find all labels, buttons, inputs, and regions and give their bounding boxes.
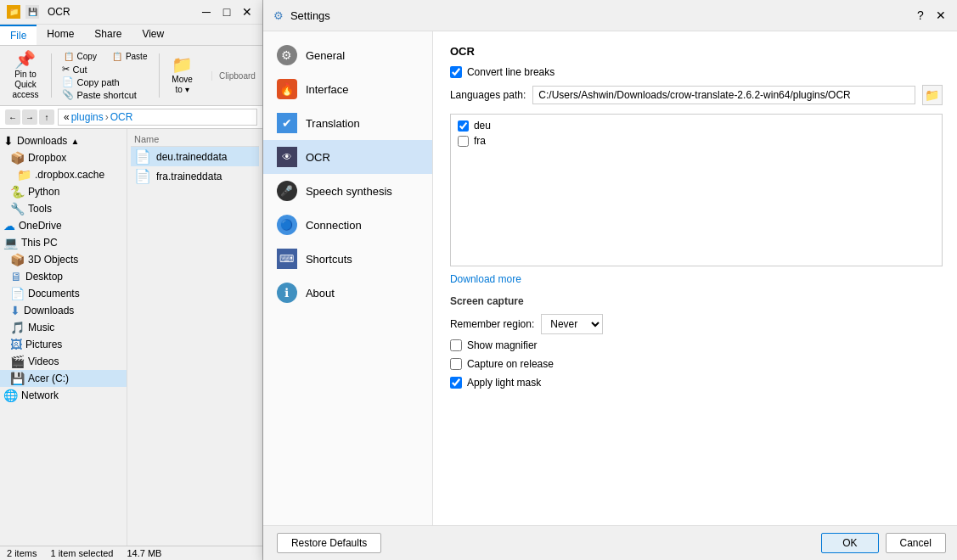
nav-translation-label: Translation [306, 117, 360, 130]
convert-line-breaks-label: Convert line breaks [467, 66, 554, 78]
nav-about[interactable]: ℹ About [263, 276, 432, 310]
up-btn[interactable]: ↑ [39, 109, 54, 125]
explorer-minimize-btn[interactable]: ─ [198, 3, 215, 20]
ok-btn[interactable]: OK [821, 533, 878, 553]
addr-ocr[interactable]: OCR [110, 111, 133, 123]
remember-region-select[interactable]: Never Always Ask [541, 314, 603, 334]
sidebar-item-documents[interactable]: 📄 Documents [0, 285, 127, 302]
restore-defaults-btn[interactable]: Restore Defaults [277, 533, 381, 553]
speech-icon: 🎤 [277, 181, 297, 201]
ocr-content: OCR Convert line breaks Languages path: … [433, 31, 957, 525]
nav-translation[interactable]: ✔ Translation [263, 106, 432, 140]
sidebar-item-downloads2[interactable]: ⬇ Downloads [0, 302, 127, 319]
nav-ocr[interactable]: 👁 OCR [263, 140, 432, 174]
tab-share[interactable]: Share [84, 25, 132, 45]
pin-label: Pin to Quickaccess [12, 70, 39, 100]
copy-path-btn[interactable]: 📄 Copy path [59, 76, 123, 88]
move-to-btn[interactable]: 📁 Moveto ▾ [166, 54, 198, 97]
tab-home[interactable]: Home [37, 25, 84, 45]
copy-path-icon: 📄 [62, 76, 74, 87]
downloads2-icon: ⬇ [10, 304, 20, 317]
sidebar-item-downloads[interactable]: ⬇ Downloads ▲ [0, 132, 127, 149]
nav-about-label: About [306, 287, 335, 300]
thispc-icon: 💻 [3, 236, 18, 249]
dialog-help-btn[interactable]: ? [912, 7, 929, 24]
file-item-fra[interactable]: 📄 fra.traineddata [131, 166, 259, 186]
sidebar-item-network[interactable]: 🌐 Network [0, 387, 127, 404]
nav-interface[interactable]: 🔥 Interface [263, 72, 432, 106]
sidebar-item-python[interactable]: 🐍 Python [0, 183, 127, 200]
apply-light-mask-checkbox[interactable] [450, 377, 462, 389]
languages-path-input[interactable] [532, 86, 915, 104]
sidebar-item-3dobjects[interactable]: 📦 3D Objects [0, 251, 127, 268]
file-size: 14.7 MB [127, 548, 161, 558]
dialog-close-btn[interactable]: ✕ [932, 7, 949, 24]
move-label: Moveto ▾ [172, 75, 192, 95]
show-magnifier-label: Show magnifier [467, 339, 538, 351]
nav-ocr-label: OCR [306, 151, 330, 164]
paste-btn[interactable]: 📋 Paste [107, 50, 153, 63]
sidebar-item-thispc[interactable]: 💻 This PC [0, 234, 127, 251]
dialog-title-text: Settings [290, 9, 330, 22]
nav-connection-label: Connection [306, 219, 362, 232]
explorer-close-btn[interactable]: ✕ [239, 3, 256, 20]
name-col-header: Name [134, 134, 159, 144]
ribbon-body: 📌 Pin to Quickaccess 📋 Copy 📋 Paste [0, 46, 262, 106]
sidebar-item-acerC[interactable]: 💾 Acer (C:) [0, 370, 127, 387]
deu-file-name: deu.traineddata [156, 151, 227, 163]
status-bar: 2 items 1 item selected 14.7 MB [0, 546, 262, 560]
dialog-controls: ? ✕ [912, 7, 949, 24]
cut-label: Cut [73, 64, 87, 75]
sidebar-item-tools[interactable]: 🔧 Tools [0, 200, 127, 217]
lang-item-fra: fra [454, 133, 938, 148]
sidebar-item-pictures[interactable]: 🖼 Pictures [0, 336, 127, 353]
lang-deu-checkbox[interactable] [458, 120, 469, 132]
onedrive-icon: ☁ [3, 219, 15, 232]
sidebar-item-dropbox[interactable]: 📦 Dropbox [0, 149, 127, 166]
convert-line-breaks-checkbox[interactable] [450, 66, 462, 78]
addr-plugins[interactable]: plugins [71, 111, 104, 123]
ocr-section-title: OCR [450, 45, 943, 58]
lang-item-deu: deu [454, 118, 938, 133]
dropbox-cache-icon: 📁 [17, 168, 31, 182]
nav-general[interactable]: ⚙ General [263, 38, 432, 72]
deu-file-icon: 📄 [134, 148, 151, 165]
file-explorer: 📁 💾 OCR ─ □ ✕ File Home Share View 📌 Pin… [0, 0, 263, 560]
dialog-footer: Restore Defaults OK Cancel [263, 525, 957, 560]
paste-shortcut-label: Paste shortcut [77, 90, 137, 100]
pin-quick-access-btn[interactable]: 📌 Pin to Quickaccess [7, 49, 44, 102]
explorer-content: ⬇ Downloads ▲ 📦 Dropbox 📁 .dropbox.cache… [0, 129, 262, 546]
sidebar-item-onedrive[interactable]: ☁ OneDrive [0, 217, 127, 234]
languages-path-browse-btn[interactable]: 📁 [922, 85, 943, 105]
tab-view[interactable]: View [132, 25, 174, 45]
address-bar: ← → ↑ « plugins › OCR [0, 106, 262, 129]
copy-btn[interactable]: 📋 Copy [59, 50, 102, 63]
cancel-btn[interactable]: Cancel [886, 533, 946, 553]
copy-path-label: Copy path [77, 77, 120, 87]
forward-btn[interactable]: → [22, 109, 37, 125]
back-btn[interactable]: ← [5, 109, 20, 125]
sidebar-item-music[interactable]: 🎵 Music [0, 319, 127, 336]
sidebar-item-videos[interactable]: 🎬 Videos [0, 353, 127, 370]
address-path[interactable]: « plugins › OCR [58, 109, 257, 126]
explorer-maximize-btn[interactable]: □ [218, 3, 235, 20]
cut-btn[interactable]: ✂ Cut [59, 63, 91, 76]
capture-on-release-checkbox[interactable] [450, 358, 462, 370]
lang-fra-checkbox[interactable] [458, 136, 469, 147]
screen-capture-title: Screen capture [450, 295, 943, 307]
addr-arrow: › [105, 111, 109, 123]
sidebar-tree: ⬇ Downloads ▲ 📦 Dropbox 📁 .dropbox.cache… [0, 129, 127, 546]
nav-connection[interactable]: 🔵 Connection [263, 208, 432, 242]
file-list: Name 📄 deu.traineddata 📄 fra.traineddata [127, 129, 262, 546]
download-more-link[interactable]: Download more [450, 273, 521, 285]
nav-shortcuts[interactable]: ⌨ Shortcuts [263, 242, 432, 276]
nav-speech[interactable]: 🎤 Speech synthesis [263, 174, 432, 208]
address-nav: ← → ↑ [5, 109, 54, 125]
show-magnifier-checkbox[interactable] [450, 339, 462, 351]
file-item-deu[interactable]: 📄 deu.traineddata [131, 147, 259, 166]
sidebar-item-dropbox-cache[interactable]: 📁 .dropbox.cache [0, 166, 127, 183]
convert-line-breaks-row: Convert line breaks [450, 66, 943, 78]
paste-shortcut-btn[interactable]: 📎 Paste shortcut [59, 88, 140, 101]
tab-file[interactable]: File [0, 25, 37, 45]
sidebar-item-desktop[interactable]: 🖥 Desktop [0, 268, 127, 285]
